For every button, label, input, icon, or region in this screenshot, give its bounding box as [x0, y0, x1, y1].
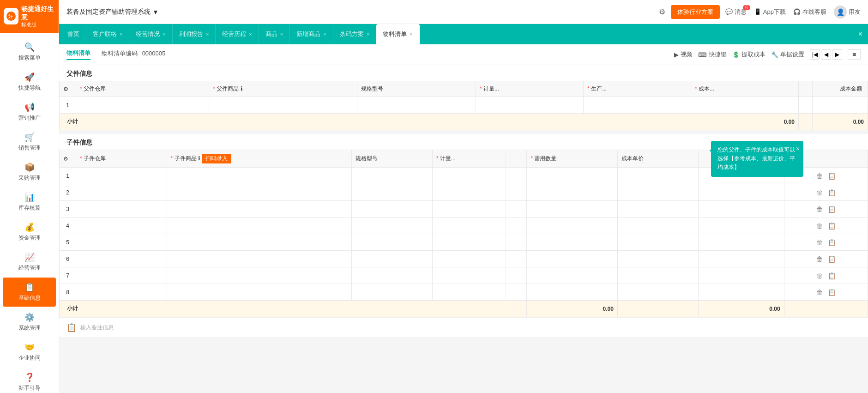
view-button[interactable]: ▶ 视频	[674, 50, 693, 59]
parent-spec-cell[interactable]	[357, 97, 476, 114]
child-spec-2[interactable]	[351, 184, 432, 201]
child-unit-6[interactable]	[432, 251, 506, 267]
tab-history[interactable]: 经营历程 ×	[216, 24, 259, 44]
tab-close-icon[interactable]: ×	[163, 31, 165, 37]
copy-row-2-button[interactable]: 📋	[826, 188, 838, 197]
copy-row-5-button[interactable]: 📋	[826, 238, 838, 247]
tab-close-icon[interactable]: ×	[367, 31, 369, 37]
child-cost-unit-6[interactable]	[617, 251, 698, 267]
sidebar-item-quicknav[interactable]: 🚀 快捷导航	[3, 67, 56, 97]
child-goods-3[interactable]	[167, 201, 351, 218]
tab-operation-status[interactable]: 经营情况 ×	[129, 24, 172, 44]
child-unit-5[interactable]	[432, 234, 506, 251]
sidebar-item-sales[interactable]: 🛒 销售管理	[3, 127, 56, 157]
parent-goods-cell[interactable]	[209, 97, 357, 114]
delete-row-1-button[interactable]: 🗑	[814, 171, 825, 181]
child-goods-8[interactable]	[167, 284, 351, 301]
next-page-button[interactable]: ▶	[832, 49, 842, 60]
child-goods-2[interactable]	[167, 184, 351, 201]
child-cost-unit-2[interactable]	[617, 184, 698, 201]
sidebar-item-search[interactable]: 🔍 搜索菜单	[3, 37, 56, 67]
bottom-note-text[interactable]: 输入备注信息	[80, 324, 114, 332]
child-cost-unit-8[interactable]	[617, 284, 698, 301]
delete-row-3-button[interactable]: 🗑	[814, 205, 825, 214]
copy-row-8-button[interactable]: 📋	[826, 288, 838, 297]
table-view-button[interactable]: ≡	[848, 49, 861, 60]
child-warehouse-7[interactable]	[76, 267, 167, 284]
sidebar-item-purchase[interactable]: 📦 采购管理	[3, 157, 56, 187]
parent-production-cell[interactable]	[583, 97, 691, 114]
scan-button[interactable]: 扫码录入	[202, 154, 231, 163]
delete-row-7-button[interactable]: 🗑	[814, 271, 825, 280]
child-needed-qty-7[interactable]	[527, 267, 618, 284]
delete-row-2-button[interactable]: 🗑	[814, 188, 825, 197]
child-spec-3[interactable]	[351, 201, 432, 218]
tab-home[interactable]: 首页	[61, 24, 86, 44]
child-needed-qty-4[interactable]	[527, 218, 618, 234]
sidebar-item-system[interactable]: ⚙️ 系统管理	[3, 308, 56, 337]
sidebar-item-finance[interactable]: 💰 资金管理	[3, 218, 56, 247]
child-needed-qty-5[interactable]	[527, 234, 618, 251]
child-cost-unit-5[interactable]	[617, 234, 698, 251]
copy-row-3-button[interactable]: 📋	[826, 205, 838, 214]
sidebar-item-collab[interactable]: 🤝 企业协同	[3, 338, 56, 367]
child-spec-6[interactable]	[351, 251, 432, 267]
child-col-settings[interactable]: ⚙	[60, 150, 76, 168]
child-warehouse-8[interactable]	[76, 284, 167, 301]
child-cost-unit-7[interactable]	[617, 267, 698, 284]
tab-bom[interactable]: 物料清单 ×	[376, 24, 419, 44]
child-unit-8[interactable]	[432, 284, 506, 301]
trial-button[interactable]: 体验行业方案	[671, 5, 720, 19]
tooltip-close-button[interactable]: ×	[796, 144, 800, 154]
extract-cost-button[interactable]: 💲 提取成本	[732, 50, 766, 59]
delete-row-6-button[interactable]: 🗑	[814, 254, 825, 264]
parent-col-settings[interactable]: ⚙	[60, 81, 76, 97]
page-tab-list[interactable]: 物料清单	[66, 49, 90, 60]
child-warehouse-1[interactable]	[76, 168, 167, 184]
child-spec-5[interactable]	[351, 234, 432, 251]
child-needed-qty-1[interactable]	[527, 168, 618, 184]
tab-profit[interactable]: 利润报告 ×	[173, 24, 216, 44]
tab-goods[interactable]: 商品 ×	[259, 24, 290, 44]
child-unit-1[interactable]	[432, 168, 506, 184]
online-service-button[interactable]: 🎧 在线客服	[793, 8, 826, 16]
user-button[interactable]: 👤 用友	[834, 6, 861, 18]
copy-row-6-button[interactable]: 📋	[826, 254, 838, 264]
gear-icon[interactable]: ⚙	[659, 7, 665, 16]
parent-warehouse-cell[interactable]	[76, 97, 209, 114]
child-spec-1[interactable]	[351, 168, 432, 184]
delete-row-8-button[interactable]: 🗑	[814, 288, 825, 297]
child-needed-qty-2[interactable]	[527, 184, 618, 201]
close-all-tabs-button[interactable]: ×	[855, 30, 866, 38]
copy-row-4-button[interactable]: 📋	[826, 221, 838, 230]
child-warehouse-4[interactable]	[76, 218, 167, 234]
child-goods-4[interactable]	[167, 218, 351, 234]
tab-close-icon[interactable]: ×	[280, 31, 283, 37]
child-cost-unit-1[interactable]	[617, 168, 698, 184]
child-spec-7[interactable]	[351, 267, 432, 284]
tab-new-goods[interactable]: 新增商品 ×	[290, 24, 333, 44]
child-cost-unit-4[interactable]	[617, 218, 698, 234]
shortcut-button[interactable]: ⌨ 快捷键	[698, 50, 727, 59]
child-unit-3[interactable]	[432, 201, 506, 218]
child-warehouse-5[interactable]	[76, 234, 167, 251]
child-spec-8[interactable]	[351, 284, 432, 301]
tab-customer[interactable]: 客户联络 ×	[86, 24, 129, 44]
child-cost-unit-3[interactable]	[617, 201, 698, 218]
tab-close-active-icon[interactable]: ×	[410, 31, 412, 37]
sidebar-item-basic[interactable]: 📋 基础信息	[3, 278, 56, 307]
sidebar-item-operation[interactable]: 📈 经营管理	[3, 248, 56, 277]
tab-close-icon[interactable]: ×	[249, 31, 252, 37]
child-needed-qty-3[interactable]	[527, 201, 618, 218]
copy-row-1-button[interactable]: 📋	[826, 171, 838, 181]
delete-row-4-button[interactable]: 🗑	[814, 221, 825, 230]
copy-row-7-button[interactable]: 📋	[826, 271, 838, 280]
child-warehouse-2[interactable]	[76, 184, 167, 201]
child-goods-6[interactable]	[167, 251, 351, 267]
child-spec-4[interactable]	[351, 218, 432, 234]
child-unit-2[interactable]	[432, 184, 506, 201]
child-unit-7[interactable]	[432, 267, 506, 284]
delete-row-5-button[interactable]: 🗑	[814, 238, 825, 247]
child-unit-4[interactable]	[432, 218, 506, 234]
child-needed-qty-8[interactable]	[527, 284, 618, 301]
